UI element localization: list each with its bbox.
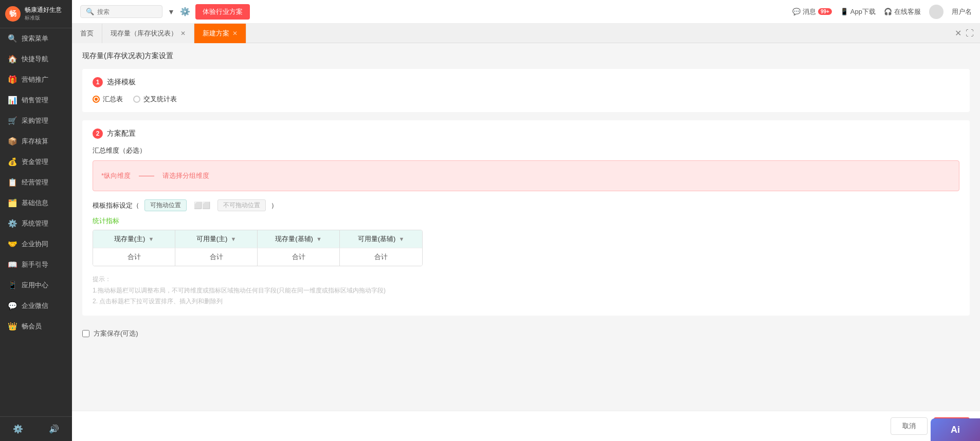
sidebar-item-search-menu[interactable]: 🔍 搜索菜单 xyxy=(0,28,72,49)
online-service-button[interactable]: 🎧 在线客服 xyxy=(884,7,921,16)
ai-button[interactable]: Ai xyxy=(931,418,980,441)
sidebar-item-label: 企业微信 xyxy=(22,301,48,310)
sidebar-item-label: 系统管理 xyxy=(22,219,48,228)
sidebar-item-marketing[interactable]: 🎁 营销推广 xyxy=(0,69,72,90)
tab-home[interactable]: 首页 xyxy=(72,24,102,43)
tab-inventory-status[interactable]: 现存量（库存状况表） ✕ xyxy=(102,24,194,43)
radio-cross[interactable]: 交叉统计表 xyxy=(133,95,177,104)
stats-col-header-0[interactable]: 现存量(主) ▼ xyxy=(93,230,175,248)
sidebar-item-app-center[interactable]: 📱 应用中心 xyxy=(0,275,72,296)
sidebar-item-guide[interactable]: 📖 新手引导 xyxy=(0,254,72,275)
crown-icon: 👑 xyxy=(7,321,17,332)
username-label: 用户名 xyxy=(952,7,972,16)
tip-1: 1.拖动标题栏可以调整布局，不可跨维度或指标区域拖动任何目字段(只能在同一维度或… xyxy=(93,285,959,297)
sidebar-item-label: 资金管理 xyxy=(22,157,48,167)
radio-summary-circle xyxy=(93,96,100,103)
book-icon: 📖 xyxy=(7,260,17,270)
messages-label: 消息 xyxy=(803,7,816,16)
indicator-separator: ⬜⬜ xyxy=(192,201,212,209)
user-avatar[interactable] xyxy=(929,5,943,19)
search-box[interactable]: 🔍 xyxy=(80,5,162,18)
phone-icon: 📱 xyxy=(840,8,848,15)
headset-icon: 🎧 xyxy=(884,8,892,15)
expand-window-button[interactable]: ⛶ xyxy=(966,29,974,38)
folder-icon: 🗂️ xyxy=(7,198,17,208)
col-header-label-3: 可用量(基辅) xyxy=(358,234,396,244)
tab-new-plan[interactable]: 新建方案 ✕ xyxy=(194,24,246,43)
col-header-label-2: 现存量(基辅) xyxy=(275,234,313,244)
sidebar-item-label: 新手引导 xyxy=(22,260,48,269)
sidebar-item-label: 搜索菜单 xyxy=(22,34,48,43)
sidebar-item-label: 营销推广 xyxy=(22,75,48,84)
sidebar-item-system[interactable]: ⚙️ 系统管理 xyxy=(0,213,72,234)
sidebar-item-basic-info[interactable]: 🗂️ 基础信息 xyxy=(0,193,72,213)
radio-cross-circle xyxy=(133,96,140,103)
indicator-close-bracket: ） xyxy=(271,201,278,210)
page-title: 现存量(库存状况表)方案设置 xyxy=(82,51,970,61)
draggable-position-tag: 可拖动位置 xyxy=(144,199,187,211)
stats-table-body: 合计 合计 合计 合计 xyxy=(93,248,422,266)
search-menu-icon: 🔍 xyxy=(7,33,17,44)
stats-col-header-1[interactable]: 可用量(主) ▼ xyxy=(175,230,258,248)
clipboard-icon: 📋 xyxy=(7,177,17,188)
tips-section: 提示： 1.拖动标题栏可以调整布局，不可跨维度或指标区域拖动任何目字段(只能在同… xyxy=(93,274,959,307)
stats-col-header-3[interactable]: 可用量(基辅) ▼ xyxy=(340,230,422,248)
topbar: 🔍 ▼ ⚙️ 体验行业方案 💬 消息 99+ 📱 App下载 🎧 在线客服 用户… xyxy=(72,0,980,24)
sidebar-item-member[interactable]: 👑 畅会员 xyxy=(0,316,72,337)
handshake-icon: 🤝 xyxy=(7,239,17,249)
dimension-section-label: 汇总维度（必选） xyxy=(93,146,959,155)
step2-header: 2 方案配置 xyxy=(93,128,959,139)
sidebar-item-label: 快捷导航 xyxy=(22,54,48,64)
dimension-placeholder[interactable]: 请选择分组维度 xyxy=(162,171,209,180)
settings-button[interactable]: ⚙️ xyxy=(10,421,26,437)
radio-summary-label: 汇总表 xyxy=(103,95,123,104)
sidebar-item-contract[interactable]: 🤝 企业协同 xyxy=(0,234,72,254)
tab-new-plan-close[interactable]: ✕ xyxy=(232,30,238,37)
topbar-gear-icon[interactable]: ⚙️ xyxy=(180,7,190,16)
dimension-row: *纵向维度 请选择分组维度 xyxy=(101,171,951,180)
topbar-right: 💬 消息 99+ 📱 App下载 🎧 在线客服 用户名 xyxy=(792,5,972,19)
tab-inventory-close[interactable]: ✕ xyxy=(180,30,186,37)
messages-badge: 99+ xyxy=(818,8,832,15)
non-draggable-position-tag: 不可拖动位置 xyxy=(217,199,266,211)
tab-inventory-label: 现存量（库存状况表） xyxy=(111,29,177,38)
messages-button[interactable]: 💬 消息 99+ xyxy=(792,7,832,16)
sidebar-item-label: 基础信息 xyxy=(22,198,48,208)
app-logo-icon: 畅 xyxy=(5,6,21,22)
stats-table-header: 现存量(主) ▼ 可用量(主) ▼ 现存量(基辅) ▼ 可用量(基辅) ▼ xyxy=(93,230,422,248)
trial-industry-button[interactable]: 体验行业方案 xyxy=(195,4,250,20)
save-checkbox[interactable] xyxy=(82,330,89,337)
sound-button[interactable]: 🔊 xyxy=(46,421,62,437)
sidebar-item-label: 经营管理 xyxy=(22,178,48,187)
sidebar-item-purchase[interactable]: 🛒 采购管理 xyxy=(0,111,72,131)
radio-summary[interactable]: 汇总表 xyxy=(93,95,123,104)
sidebar-item-label: 库存核算 xyxy=(22,137,48,146)
col-header-label-0: 现存量(主) xyxy=(114,234,146,244)
box-icon: 📦 xyxy=(7,136,17,146)
content-area: 现存量(库存状况表)方案设置 1 选择模板 汇总表 交叉统计表 2 xyxy=(72,43,980,411)
stats-section-title: 统计指标 xyxy=(93,216,959,226)
sidebar-item-quick-nav[interactable]: 🏠 快捷导航 xyxy=(0,49,72,69)
sidebar: 畅 畅康通好生意 标准版 🔍 搜索菜单 🏠 快捷导航 🎁 营销推广 📊 销售管理… xyxy=(0,0,72,441)
stats-col-cell-2: 合计 xyxy=(258,248,340,266)
search-input[interactable] xyxy=(97,8,149,15)
sidebar-item-wechat[interactable]: 💬 企业微信 xyxy=(0,296,72,316)
app-download-button[interactable]: 📱 App下载 xyxy=(840,7,876,16)
sidebar-item-sales[interactable]: 📊 销售管理 xyxy=(0,90,72,111)
stats-col-header-2[interactable]: 现存量(基辅) ▼ xyxy=(258,230,340,248)
save-option: 方案保存(可选) xyxy=(82,324,970,343)
sidebar-item-operations[interactable]: 📋 经营管理 xyxy=(0,172,72,193)
dimension-required-label: *纵向维度 xyxy=(101,171,131,180)
col-header-chevron-1: ▼ xyxy=(230,236,236,242)
app-name-block: 畅康通好生意 标准版 xyxy=(25,6,62,22)
window-controls: ✕ ⛶ xyxy=(955,28,980,38)
sidebar-item-finance[interactable]: 💰 资金管理 xyxy=(0,152,72,172)
step2-number: 2 xyxy=(93,128,103,139)
online-service-label: 在线客服 xyxy=(894,7,921,16)
tip-2: 2. 点击标题栏下拉可设置排序、插入列和删除列 xyxy=(93,296,959,307)
step1-header: 1 选择模板 xyxy=(93,77,959,87)
close-window-button[interactable]: ✕ xyxy=(955,28,961,38)
sidebar-item-inventory[interactable]: 📦 库存核算 xyxy=(0,131,72,152)
cancel-button[interactable]: 取消 xyxy=(891,417,928,435)
topbar-dropdown[interactable]: ▼ xyxy=(168,8,175,16)
